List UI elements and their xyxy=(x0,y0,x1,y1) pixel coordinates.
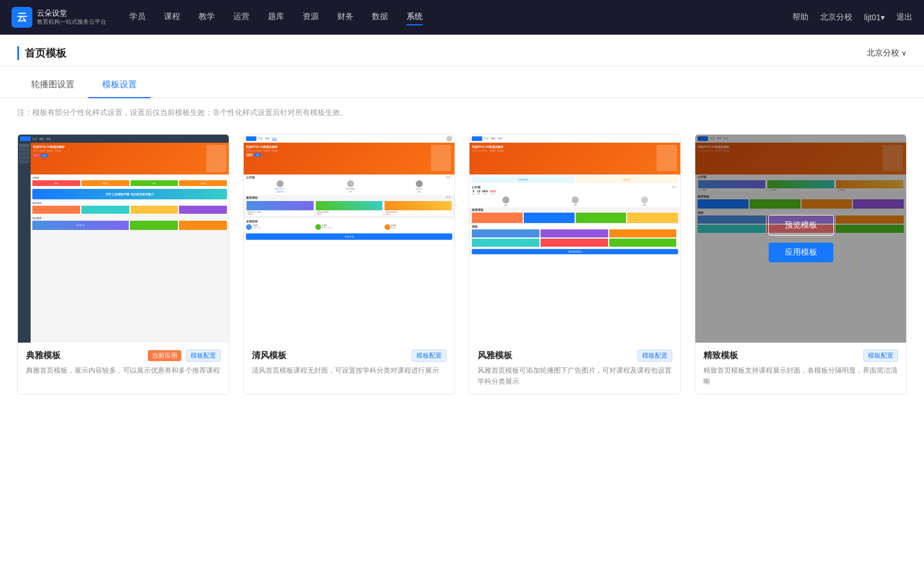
template-title-row-typical: 典雅模板 当前应用 模板配置 xyxy=(26,350,221,362)
branch-selector[interactable]: 北京分校 xyxy=(867,48,907,58)
template-footer-refined: 精致模板 模板配置 精致首页模板支持课程展示封面，各模板分隔明显，界面简洁清晰 xyxy=(695,343,906,394)
template-badges-refined: 模板配置 xyxy=(863,350,898,362)
tabs-bar: 轮播图设置 模板设置 xyxy=(0,72,924,98)
nav-user[interactable]: lijt01▾ xyxy=(864,13,885,22)
tab-template[interactable]: 模板设置 xyxy=(88,72,151,98)
page-container: 首页模板 北京分校 轮播图设置 模板设置 注：模板有部分个性化样式设置，设置后仅… xyxy=(0,35,924,572)
apply-template-button[interactable]: 应用模板 xyxy=(769,243,833,262)
template-overlay-refined: 预览模板 应用模板 xyxy=(695,135,906,343)
note-text: 注：模板有部分个性化样式设置，设置后仅当前模板生效；非个性化样式设置后针对所有模… xyxy=(0,98,924,122)
nav-item-system[interactable]: 系统 xyxy=(407,9,423,25)
navbar: 云 云朵设堂 教育机构一站式服务云平台 学员 课程 教学 运营 题库 资源 财务… xyxy=(0,0,924,35)
tab-carousel[interactable]: 轮播图设置 xyxy=(17,72,88,98)
template-card-typical[interactable]: 学员 课程 系统 xyxy=(17,134,229,395)
nav-branch[interactable]: 北京分校 xyxy=(820,12,852,23)
badge-current-typical: 当前应用 xyxy=(148,350,181,361)
logo-icon: 云 xyxy=(12,7,32,28)
template-preview-typical: 学员 课程 系统 xyxy=(18,135,229,343)
template-badges-typical: 当前应用 模板配置 xyxy=(148,350,221,362)
badge-config-typical[interactable]: 模板配置 xyxy=(186,350,221,362)
template-footer-typical: 典雅模板 当前应用 模板配置 典雅首页模板，展示内容较多，可以展示优惠券和多个推… xyxy=(18,343,229,383)
template-card-elegant[interactable]: 学员 课程 系统 托福TPO1-54真题及解析 全·英·口·语 口语书法 · 流… xyxy=(469,134,681,395)
template-footer-elegant: 风雅模板 模板配置 风雅首页模板可添加轮播图下广告图片，可对课程及课程包设置学科… xyxy=(470,343,680,394)
logo-text-block: 云朵设堂 教育机构一站式服务云平台 xyxy=(37,9,106,27)
logo-title: 云朵设堂 xyxy=(37,9,106,18)
nav-item-data[interactable]: 数据 xyxy=(372,9,388,25)
template-desc-clean: 清风首页模板课程无封面，可设置按学科分类对课程进行展示 xyxy=(252,365,446,376)
nav-help[interactable]: 帮助 xyxy=(792,12,808,23)
nav-logout[interactable]: 退出 xyxy=(896,12,912,23)
navbar-right: 帮助 北京分校 lijt01▾ 退出 xyxy=(792,12,912,23)
template-desc-elegant: 风雅首页模板可添加轮播图下广告图片，可对课程及课程包设置学科分类展示 xyxy=(478,365,672,387)
nav-item-students[interactable]: 学员 xyxy=(129,9,146,25)
nav-item-resources[interactable]: 资源 xyxy=(303,9,319,25)
template-title-row-elegant: 风雅模板 模板配置 xyxy=(478,350,672,362)
template-preview-elegant: 学员 课程 系统 托福TPO1-54真题及解析 全·英·口·语 口语书法 · 流… xyxy=(470,135,680,343)
nav-item-operations[interactable]: 运营 xyxy=(233,9,249,25)
preview-template-button[interactable]: 预览模板 xyxy=(768,215,834,236)
template-title-row-refined: 精致模板 模板配置 xyxy=(703,350,898,362)
badge-config-elegant[interactable]: 模板配置 xyxy=(638,350,672,362)
badge-config-refined[interactable]: 模板配置 xyxy=(863,350,898,362)
page-title: 首页模板 xyxy=(17,46,66,60)
template-card-clean[interactable]: 学员 课程 系统 托福TPO1-54真题及解析 全·英·口·语 口语书法 · xyxy=(243,134,455,395)
template-footer-clean: 清风模板 模板配置 清风首页模板课程无封面，可设置按学科分类对课程进行展示 xyxy=(244,343,454,383)
template-name-clean: 清风模板 xyxy=(252,350,286,361)
template-name-refined: 精致模板 xyxy=(703,350,738,361)
nav-item-questions[interactable]: 题库 xyxy=(268,9,284,25)
template-preview-clean: 学员 课程 系统 托福TPO1-54真题及解析 全·英·口·语 口语书法 · xyxy=(244,135,454,343)
nav-item-courses[interactable]: 课程 xyxy=(164,9,180,25)
page-header: 首页模板 北京分校 xyxy=(0,35,924,66)
templates-grid: 学员 课程 系统 xyxy=(0,122,924,418)
template-name-elegant: 风雅模板 xyxy=(478,350,512,361)
nav-item-teaching[interactable]: 教学 xyxy=(199,9,215,25)
template-badges-clean: 模板配置 xyxy=(412,350,446,362)
template-desc-typical: 典雅首页模板，展示内容较多，可以展示优惠券和多个推荐课程 xyxy=(26,365,221,376)
template-desc-refined: 精致首页模板支持课程展示封面，各模板分隔明显，界面简洁清晰 xyxy=(703,365,898,387)
logo-subtitle: 教育机构一站式服务云平台 xyxy=(37,18,106,26)
template-card-refined[interactable]: 学员 课程 系统 托福TPO1-54真题及解析 全·英·口·语 口语书法 · 流… xyxy=(695,134,907,395)
logo[interactable]: 云 云朵设堂 教育机构一站式服务云平台 xyxy=(12,7,106,28)
template-name-typical: 典雅模板 xyxy=(26,350,61,361)
main-nav: 学员 课程 教学 运营 题库 资源 财务 数据 系统 xyxy=(129,9,792,25)
template-badges-elegant: 模板配置 xyxy=(638,350,672,362)
template-title-row-clean: 清风模板 模板配置 xyxy=(252,350,446,362)
badge-config-clean[interactable]: 模板配置 xyxy=(412,350,446,362)
template-preview-refined: 学员 课程 系统 托福TPO1-54真题及解析 全·英·口·语 口语书法 · 流… xyxy=(695,135,906,343)
nav-item-finance[interactable]: 财务 xyxy=(337,9,353,25)
